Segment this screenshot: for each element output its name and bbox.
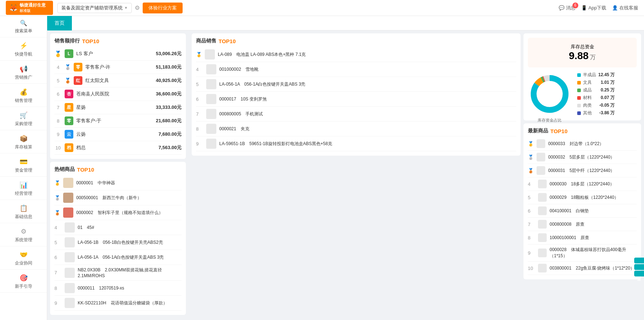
rank-num-8: 10 bbox=[54, 145, 62, 151]
rank-amount-3: 40,925.00元 bbox=[156, 77, 182, 84]
prod-rank-5: 7 bbox=[196, 111, 203, 117]
latest-img-9 bbox=[538, 249, 547, 257]
rank-name-2: 零售客户-许 bbox=[85, 64, 153, 70]
hot-img-3 bbox=[63, 208, 73, 218]
chevron-down-icon: ▼ bbox=[124, 6, 128, 10]
sidebar-item-search[interactable]: 🔍 搜索菜单 bbox=[0, 16, 47, 37]
legend-name-0: 半成品 bbox=[583, 72, 596, 78]
hot-rank-9: 9 bbox=[54, 300, 62, 306]
rank-avatar-5: 星 bbox=[65, 103, 73, 112]
trial-button[interactable]: 体验行业方案 bbox=[143, 3, 183, 13]
rank-amount-7: 7,680.00元 bbox=[158, 131, 182, 138]
hot-img-8 bbox=[65, 283, 75, 293]
sidebar-item-quick-nav[interactable]: ⚡ 快捷导航 bbox=[0, 37, 47, 61]
sidebar-item-operations[interactable]: 📊 经营管理 bbox=[0, 177, 47, 200]
rank-name-4: 苍南县人民医院 bbox=[76, 91, 153, 97]
logo-text: 畅捷通好生意 bbox=[20, 2, 46, 8]
rank-amount-6: 21,680.00元 bbox=[156, 118, 182, 124]
gear-icon[interactable]: ⚙ bbox=[135, 4, 140, 11]
sidebar-collaboration-label: 企业协同 bbox=[15, 260, 32, 266]
latest-item-2: 🥈 0000032 5层多层（1220*2440） bbox=[528, 151, 637, 164]
sidebar-inventory-label: 库存核算 bbox=[15, 144, 32, 150]
service-icon: 👤 bbox=[612, 5, 618, 11]
latest-info-5: 0000029 18颗粒板（1220*2440） bbox=[550, 194, 637, 201]
donut-label: 库存资金占比 bbox=[538, 118, 562, 123]
rank-num-3: 5 bbox=[54, 78, 62, 83]
prod-img-1 bbox=[205, 49, 215, 60]
hot-img-1 bbox=[63, 178, 73, 188]
latest-img-5 bbox=[538, 193, 547, 202]
prod-img-6 bbox=[206, 124, 216, 134]
sidebar-purchase-label: 采购管理 bbox=[15, 121, 32, 127]
logo-icon: 🦊 bbox=[9, 4, 17, 12]
hot-medal-2: 🥈 bbox=[54, 195, 60, 201]
rank-avatar-3: 红 bbox=[74, 76, 82, 85]
sidebar-item-guide[interactable]: 🎯 新手引导 bbox=[0, 270, 47, 293]
notifications-button[interactable]: 💬 消息 6 bbox=[559, 5, 575, 11]
rank-num-7: 9 bbox=[54, 132, 62, 137]
float-btn-service[interactable]: 客服热线 bbox=[634, 258, 644, 263]
rank-item-6: 8 零 零售客户-于 21,680.00元 bbox=[54, 114, 182, 128]
hot-top10-label: TOP10 bbox=[77, 167, 94, 173]
hot-rank-4: 4 bbox=[54, 225, 62, 230]
rank-amount-1: 53,006.26元 bbox=[156, 50, 182, 57]
latest-products-list: 🥇 0000033 封边带（1.0*22） 🥈 0000032 5层多层（122… bbox=[528, 137, 637, 275]
rank-avatar-7: 云 bbox=[65, 130, 73, 139]
sidebar-search-label: 搜索菜单 bbox=[15, 28, 32, 34]
prod-medal-1: 🥇 bbox=[196, 52, 202, 57]
sidebar: 🔍 搜索菜单 ⚡ 快捷导航 📢 营销推广 💰 销售管理 🛒 采购管理 📦 库存核… bbox=[0, 16, 47, 320]
latest-img-1 bbox=[537, 139, 545, 148]
system-selector[interactable]: 装备及固定资产辅助管理系统 ▼ bbox=[57, 3, 132, 13]
service-label: 在线客服 bbox=[619, 5, 638, 11]
prod-img-5 bbox=[206, 109, 216, 119]
donut-chart: 库存资金占比 bbox=[528, 72, 571, 116]
prod-info-1: LA-089 电池盖 LA-089 ABS本色+黑种 7.1克 bbox=[218, 52, 516, 58]
service-button[interactable]: 👤 在线客服 bbox=[612, 5, 638, 11]
legend-val-3: 0.07 万 bbox=[601, 95, 615, 101]
prod-img-2 bbox=[206, 64, 216, 74]
latest-info-2: 0000032 5层多层（1220*2440） bbox=[548, 154, 637, 160]
hot-item-1: 🥇 0000001 中华神器 bbox=[54, 176, 182, 190]
hot-item-8: 8 0000011 12070519-xs bbox=[54, 281, 182, 296]
rank-name-6: 零售客户-于 bbox=[76, 118, 153, 124]
float-btn-community[interactable]: 服务社区 bbox=[634, 264, 644, 270]
prod-info-2: 001000002 雪地靴 bbox=[219, 66, 516, 73]
sidebar-item-sales[interactable]: 💰 销售管理 bbox=[0, 84, 47, 107]
app-download-button[interactable]: 📱 App下载 bbox=[581, 5, 606, 11]
sidebar-item-finance[interactable]: 💳 资金管理 bbox=[0, 153, 47, 177]
sales-top10-label: TOP10 bbox=[82, 38, 99, 44]
prod-item-3: 5 LA-056-1A 056-1A白色按键开关盖ABS 3壳 bbox=[196, 77, 516, 92]
prod-rank-4: 6 bbox=[196, 97, 203, 102]
hot-info-1: 0000001 中华神器 bbox=[76, 180, 182, 186]
hot-info-2: 000500001 新西兰牛肉（新牛） bbox=[76, 195, 182, 201]
hot-img-9 bbox=[65, 298, 75, 308]
legend-name-2: 成品 bbox=[583, 87, 599, 93]
logo-sub: 标准版 bbox=[20, 8, 46, 13]
latest-products-card: 最新商品 TOP10 🥇 0000033 封边带（1.0*22） 🥈 00 bbox=[523, 123, 641, 279]
tab-home[interactable]: 首页 bbox=[47, 16, 72, 30]
sidebar-item-inventory[interactable]: 📦 库存核算 bbox=[0, 130, 47, 153]
hot-img-7 bbox=[65, 268, 75, 278]
sidebar-item-purchase[interactable]: 🛒 采购管理 bbox=[0, 107, 47, 130]
latest-rank-6: 6 bbox=[528, 208, 535, 214]
system-name: 装备及固定资产辅助管理系统 bbox=[61, 5, 123, 11]
prod-item-2: 4 001000002 雪地靴 bbox=[196, 62, 516, 77]
hot-info-7: NB2.0X30B 2.0X30MM双搓花轴,搓花直径2.1MM/ROHS bbox=[78, 267, 182, 278]
latest-medal-1: 🥇 bbox=[528, 141, 534, 147]
sidebar-item-system[interactable]: ⚙ 系统管理 bbox=[0, 223, 47, 246]
hot-info-9: KK-SD22110H 花语萌值温分糖罐袋（厚款） bbox=[78, 300, 182, 306]
hot-products-card: 热销商品 TOP10 🥇 0000001 中华神器 🥈 000500001 bbox=[50, 162, 186, 315]
sidebar-finance-label: 资金管理 bbox=[15, 167, 32, 173]
latest-item-6: 6 004100001 白钢垫 bbox=[528, 204, 637, 218]
latest-img-3 bbox=[537, 166, 545, 175]
sidebar-item-marketing[interactable]: 📢 营销推广 bbox=[0, 61, 47, 84]
message-icon: 💬 bbox=[559, 5, 564, 11]
float-btn-live[interactable]: 直播 bbox=[634, 271, 644, 276]
prod-item-4: 6 0000017 10S 变刹罗煞 bbox=[196, 92, 516, 107]
latest-medal-2: 🥈 bbox=[528, 155, 534, 160]
collaboration-icon: 🤝 bbox=[20, 251, 28, 259]
legend-dot-3 bbox=[577, 96, 581, 100]
sidebar-item-basic-info[interactable]: 📋 基础信息 bbox=[0, 200, 47, 223]
system-icon: ⚙ bbox=[21, 227, 27, 235]
sidebar-item-collaboration[interactable]: 🤝 企业协同 bbox=[0, 246, 47, 270]
